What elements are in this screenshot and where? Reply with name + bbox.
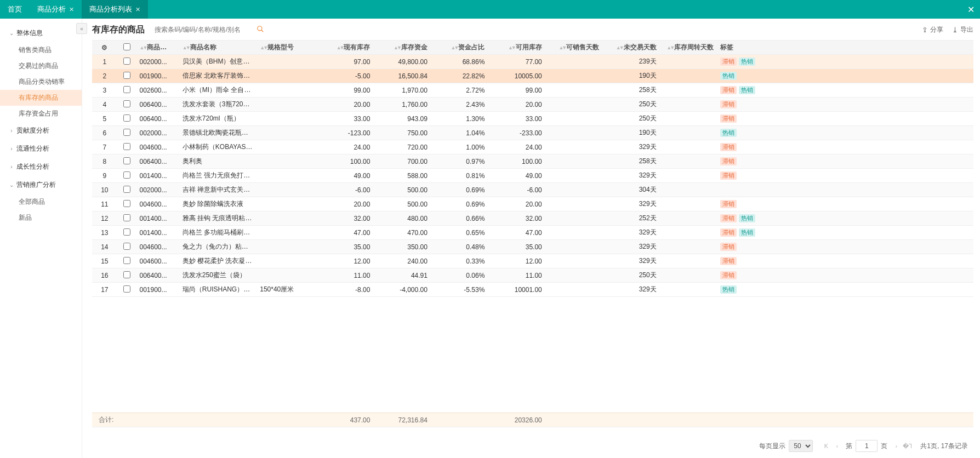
- cell-idx: 4: [92, 98, 117, 112]
- per-page-select[interactable]: 50: [789, 440, 813, 452]
- cell-tags: 滞销: [717, 98, 973, 112]
- table-row[interactable]: 15004600...奥妙 樱花柔护 洗衣凝珠 1012.00240.000.3…: [92, 254, 973, 268]
- column-saledays[interactable]: ▲▼可销售天数: [545, 41, 602, 55]
- close-icon[interactable]: ✕: [961, 0, 980, 19]
- row-checkbox[interactable]: [123, 171, 130, 179]
- column-spec[interactable]: ▲▼规格型号: [257, 41, 316, 55]
- table-row[interactable]: 10002000...吉祥 禅意新中式玄关摆件套-6.00500.000.69%…: [92, 183, 973, 197]
- cell-name: 洗发水720ml（瓶）: [179, 112, 257, 126]
- row-checkbox[interactable]: [123, 100, 130, 107]
- nav-group-0[interactable]: ⌄整体信息: [0, 24, 82, 42]
- cell-ratio: 0.69%: [431, 183, 488, 197]
- nav-item-0-2[interactable]: 商品分类动销率: [0, 74, 82, 90]
- column-tag[interactable]: 标签: [717, 41, 973, 55]
- cell-ratio: 1.04%: [431, 126, 488, 140]
- cell-stock: -6.00: [316, 183, 373, 197]
- cell-saledays: [545, 211, 602, 226]
- column-turnover[interactable]: ▲▼库存周转天数: [660, 41, 717, 55]
- table-row[interactable]: 7004600...小林制药（KOBAYASHI）日24.00720.001.0…: [92, 140, 973, 154]
- pager-next-icon[interactable]: ›: [891, 443, 901, 449]
- cell-turnover: [660, 254, 717, 268]
- pager-page-input[interactable]: [856, 440, 878, 452]
- nav-group-1[interactable]: ›贡献度分析: [0, 122, 82, 140]
- nav-item-0-3[interactable]: 有库存的商品: [0, 90, 82, 106]
- column-ratio[interactable]: ▲▼资金占比: [431, 41, 488, 55]
- cell-idx: 2: [92, 69, 117, 83]
- nav-group-4[interactable]: ⌄营销推广分析: [0, 176, 82, 194]
- table-row[interactable]: 16006400...洗发水250蜜兰（袋）11.0044.910.06%11.…: [92, 268, 973, 283]
- row-checkbox[interactable]: [123, 271, 130, 278]
- per-page-label: 每页显示: [759, 442, 785, 451]
- row-checkbox[interactable]: [123, 143, 130, 150]
- row-checkbox[interactable]: [123, 285, 130, 293]
- cell-spec: [257, 55, 316, 69]
- column-avail[interactable]: ▲▼可用库存: [488, 41, 545, 55]
- nav-item-0-1[interactable]: 交易过的商品: [0, 58, 82, 74]
- tab-1[interactable]: 商品分析✕: [30, 0, 82, 19]
- export-button[interactable]: ⤓导出: [952, 25, 973, 35]
- table-row[interactable]: 5006400...洗发水720ml（瓶）33.00943.091.30%33.…: [92, 112, 973, 126]
- share-button[interactable]: ⇪分享: [922, 25, 943, 35]
- row-checkbox[interactable]: [123, 72, 130, 79]
- cell-avail: 32.00: [488, 211, 545, 226]
- cell-saledays: [545, 283, 602, 297]
- table-row[interactable]: 2001900...倍思家 北欧客厅装饰画卧室-5.0016,500.8422.…: [92, 69, 973, 83]
- cell-cb: [117, 169, 136, 183]
- tab-close-icon[interactable]: ✕: [69, 6, 74, 13]
- nav-group-2[interactable]: ›流通性分析: [0, 140, 82, 158]
- row-checkbox[interactable]: [123, 58, 130, 65]
- table-row[interactable]: 14004600...兔之力（兔の力）粘毛器粘35.00350.000.48%3…: [92, 240, 973, 254]
- pager-last-icon[interactable]: �⅂: [902, 443, 912, 450]
- table-row[interactable]: 3002600...小米（MI）雨伞 全自动折叠99.001,970.002.7…: [92, 83, 973, 98]
- table-row[interactable]: 4006400...洗发水套装（3瓶720ml+1…20.001,760.002…: [92, 98, 973, 112]
- tab-close-icon[interactable]: ✕: [135, 6, 140, 13]
- column-stock[interactable]: ▲▼现有库存: [316, 41, 373, 55]
- search-input[interactable]: [155, 26, 253, 33]
- table-row[interactable]: 13001400...尚格兰 多功能马桶刷套装 专47.00470.000.65…: [92, 226, 973, 240]
- row-checkbox[interactable]: [123, 114, 130, 122]
- cell-tags: 滞销热销: [717, 83, 973, 98]
- nav-item-4-0[interactable]: 全部商品: [0, 194, 82, 210]
- column-name[interactable]: ▲▼商品名称: [179, 41, 257, 55]
- row-checkbox[interactable]: [123, 257, 130, 264]
- cell-stock: 49.00: [316, 169, 373, 183]
- cell-saledays: [545, 98, 602, 112]
- cell-spec: [257, 154, 316, 169]
- column-funds[interactable]: ▲▼库存资金: [373, 41, 430, 55]
- table-row[interactable]: 17001900...瑞尚（RUISHANG）卧室装150*40厘米-8.00-…: [92, 283, 973, 297]
- pager-first-icon[interactable]: K: [821, 443, 831, 449]
- table-row[interactable]: 11004600...奥妙 除菌除螨洗衣液20.00500.000.69%20.…: [92, 197, 973, 211]
- table-row[interactable]: 8006400...奥利奥100.00700.000.97%100.00258天…: [92, 154, 973, 169]
- cell-funds: 500.00: [373, 197, 430, 211]
- pager-prev-icon[interactable]: ‹: [832, 443, 842, 449]
- cell-turnover: [660, 268, 717, 283]
- column-gear[interactable]: ⚙: [92, 41, 117, 55]
- column-code[interactable]: ▲▼商品…: [136, 41, 179, 55]
- row-checkbox[interactable]: [123, 200, 130, 207]
- table-row[interactable]: 1002000...贝汉美（BHM）创意北欧…97.0049,800.0068.…: [92, 55, 973, 69]
- nav-item-4-1[interactable]: 新品: [0, 210, 82, 226]
- nav-group-3[interactable]: ›成长性分析: [0, 158, 82, 176]
- table-row[interactable]: 12001400...雅高 挂钩 无痕透明粘钩 强力32.00480.000.6…: [92, 211, 973, 226]
- search-icon[interactable]: [257, 25, 264, 35]
- cell-saledays: [545, 154, 602, 169]
- column-notrade[interactable]: ▲▼未交易天数: [602, 41, 659, 55]
- select-all-checkbox[interactable]: [123, 43, 130, 50]
- table-row[interactable]: 9001400...尚格兰 强力无痕免打孔浴室49.00588.000.81%4…: [92, 169, 973, 183]
- tab-0[interactable]: 首页: [0, 0, 30, 19]
- row-checkbox[interactable]: [123, 86, 130, 93]
- row-checkbox[interactable]: [123, 228, 130, 236]
- tab-2[interactable]: 商品分析列表✕: [82, 0, 148, 19]
- row-checkbox[interactable]: [123, 214, 130, 221]
- cell-tags: 滞销: [717, 197, 973, 211]
- nav-item-0-0[interactable]: 销售类商品: [0, 42, 82, 58]
- row-checkbox[interactable]: [123, 129, 130, 136]
- nav-item-0-4[interactable]: 库存资金占用: [0, 106, 82, 122]
- nav-group-label: 成长性分析: [16, 162, 49, 171]
- row-checkbox[interactable]: [123, 243, 130, 250]
- row-checkbox[interactable]: [123, 186, 130, 193]
- row-checkbox[interactable]: [123, 157, 130, 164]
- collapse-sidebar-button[interactable]: «: [76, 23, 87, 34]
- table-row[interactable]: 6002000...景德镇北欧陶瓷花瓶摆件 优-123.00750.001.04…: [92, 126, 973, 140]
- column-select-all[interactable]: [117, 41, 136, 55]
